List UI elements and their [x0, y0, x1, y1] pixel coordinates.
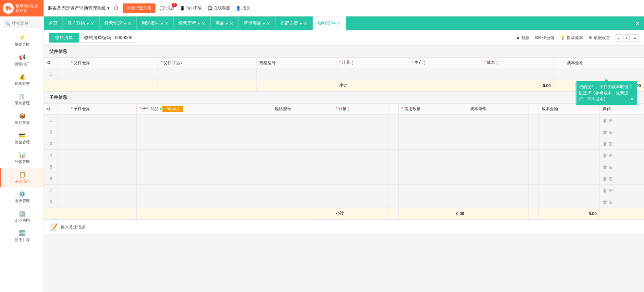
tab-barcode-close[interactable]: ✕: [304, 21, 308, 26]
list-view-button[interactable]: ≡: [631, 34, 639, 42]
tab-home[interactable]: 首页: [44, 16, 63, 30]
child-row-3-unit-cost[interactable]: [467, 138, 528, 150]
child-row-8-warehouse[interactable]: [68, 196, 137, 208]
child-row-2-unit-cost[interactable]: [467, 126, 528, 138]
tab-operation-close[interactable]: ✕: [127, 21, 132, 26]
delete-icon-row-4[interactable]: 🗑: [603, 153, 607, 158]
parent-row-1-goods[interactable]: [158, 68, 256, 80]
copy-icon-row-7[interactable]: ⊞: [609, 188, 613, 193]
child-row-6-quantity[interactable]: [398, 173, 467, 185]
child-row-2-unit[interactable]: [333, 126, 388, 138]
delete-icon-row-8[interactable]: 🗑: [603, 199, 607, 205]
tab-barcode[interactable]: 条码方案 ▾ ✕: [276, 16, 313, 30]
child-row-7-spec[interactable]: [272, 185, 333, 196]
tab-operation[interactable]: 经营情况 ▾ ✕: [100, 16, 137, 30]
copy-icon-row-5[interactable]: ⊞: [609, 164, 613, 170]
child-row-3-spec[interactable]: [272, 138, 333, 150]
child-row-6-goods[interactable]: [137, 173, 272, 185]
child-row-7-unit[interactable]: [333, 185, 388, 196]
child-row-4-quantity[interactable]: [398, 150, 467, 161]
child-row-2-goods[interactable]: [137, 126, 272, 138]
sidebar-item-purchase[interactable]: 🛒 采购管理: [0, 90, 44, 109]
tab-customer[interactable]: 客户联络 ▾ ✕: [63, 16, 100, 30]
child-row-7-goods[interactable]: [137, 185, 272, 196]
sidebar-item-sales[interactable]: 💰 销售管理: [0, 70, 44, 90]
child-row-2-warehouse[interactable]: [68, 126, 137, 138]
tab-history-close[interactable]: ✕: [201, 21, 206, 26]
child-row-2-spec[interactable]: [272, 126, 333, 138]
scan-input-button[interactable]: 扫码录入: [162, 106, 183, 112]
parent-row-1-cost[interactable]: [481, 68, 554, 80]
parent-row-1-spec[interactable]: [257, 68, 336, 80]
child-row-3-warehouse[interactable]: [68, 138, 137, 150]
child-row-1-goods[interactable]: [137, 115, 272, 126]
trial-button[interactable]: 体验行业方案: [123, 3, 156, 13]
child-row-7-warehouse[interactable]: [68, 185, 137, 196]
copy-icon-row-2[interactable]: ⊞: [609, 129, 613, 135]
delete-icon-row-7[interactable]: 🗑: [603, 188, 607, 193]
child-row-7-quantity[interactable]: [398, 185, 467, 196]
child-row-1-quantity[interactable]: [398, 115, 467, 126]
sidebar-item-basic-info[interactable]: 📋 基础信息: [0, 168, 44, 187]
sidebar-item-inventory[interactable]: 📦 库存核算: [0, 109, 44, 129]
tab-new-goods-close[interactable]: ✕: [267, 21, 271, 26]
parent-row-1-production[interactable]: [409, 68, 481, 80]
child-row-1-spec[interactable]: [272, 115, 333, 126]
message-action[interactable]: 💬 消息 6: [160, 5, 174, 11]
child-row-4-goods[interactable]: [137, 150, 272, 161]
search-input[interactable]: 🔍 搜索菜单: [3, 19, 41, 28]
delete-icon-row-2[interactable]: 🗑: [603, 129, 607, 135]
sidebar-item-system[interactable]: ⚙️ 系统管理: [0, 187, 44, 207]
tabs-close-all-btn[interactable]: ✕: [631, 20, 644, 27]
tab-goods[interactable]: 商品 ▾ ✕: [211, 16, 239, 30]
child-row-4-unit[interactable]: [333, 150, 388, 161]
sub-tab-bom-list[interactable]: 物料清单: [49, 33, 79, 43]
system-title-dropdown[interactable]: 装备及固定资产辅助管理系统 ▾: [48, 5, 110, 11]
child-row-4-unit-cost[interactable]: [467, 150, 528, 161]
copy-icon-row-1[interactable]: ⊞: [609, 118, 613, 123]
child-row-5-unit-cost[interactable]: [467, 161, 528, 173]
online-service-action[interactable]: 🎧 在线客服: [207, 5, 230, 11]
child-row-6-spec[interactable]: [272, 173, 333, 185]
child-row-5-spec[interactable]: [272, 161, 333, 173]
sidebar-item-marketing[interactable]: 📢 营销推广: [0, 50, 44, 70]
tab-profit[interactable]: 利润报告 ▾ ✕: [137, 16, 174, 30]
tab-history[interactable]: 经营历程 ▾ ✕: [174, 16, 211, 30]
settings-icon[interactable]: ⚙: [114, 5, 119, 11]
child-row-5-warehouse[interactable]: [68, 161, 137, 173]
sidebar-item-finance[interactable]: 💳 资金管理: [0, 129, 44, 148]
sidebar-item-enterprise[interactable]: 🏢 企业协同: [0, 207, 44, 226]
tab-bom[interactable]: 物料清单 ✕: [313, 16, 346, 30]
child-row-6-unit[interactable]: [333, 173, 388, 185]
sidebar-item-quick-nav[interactable]: ⚡ 快捷导航: [0, 31, 44, 50]
copy-icon-row-3[interactable]: ⊞: [609, 141, 613, 147]
parent-row-1-warehouse[interactable]: [68, 68, 158, 80]
app-download-action[interactable]: 📱 App下载: [180, 5, 202, 11]
copy-icon-row-8[interactable]: ⊞: [609, 199, 613, 205]
tab-goods-close[interactable]: ✕: [230, 21, 234, 26]
sidebar-search-area[interactable]: 🔍 搜索菜单: [0, 16, 44, 31]
tab-customer-close[interactable]: ✕: [90, 21, 95, 26]
child-row-7-unit-cost[interactable]: [467, 185, 528, 196]
delete-icon-row-3[interactable]: 🗑: [603, 141, 607, 147]
action-shortcut[interactable]: ⌨ 快捷键: [535, 35, 555, 41]
child-row-3-quantity[interactable]: [398, 138, 467, 150]
child-row-4-spec[interactable]: [272, 150, 333, 161]
child-row-5-quantity[interactable]: [398, 161, 467, 173]
delete-icon-row-5[interactable]: 🗑: [603, 164, 607, 170]
delete-icon-row-6[interactable]: 🗑: [603, 176, 607, 182]
child-row-6-unit-cost[interactable]: [467, 173, 528, 185]
child-row-8-spec[interactable]: [272, 196, 333, 208]
tab-profit-close[interactable]: ✕: [164, 21, 169, 26]
child-row-1-unit-cost[interactable]: [467, 115, 528, 126]
child-row-3-goods[interactable]: [137, 138, 272, 150]
next-page-button[interactable]: ›: [623, 34, 630, 42]
child-row-8-quantity[interactable]: [398, 196, 467, 208]
copy-icon-row-6[interactable]: ⊞: [609, 176, 613, 182]
prev-page-button[interactable]: ‹: [616, 34, 622, 42]
parent-row-1-unit[interactable]: [336, 68, 409, 80]
user-action[interactable]: 👤 用友: [236, 5, 250, 11]
copy-icon-row-4[interactable]: ⊞: [609, 153, 613, 158]
parent-col-settings[interactable]: ⚙: [44, 58, 58, 68]
child-row-8-unit-cost[interactable]: [467, 196, 528, 208]
